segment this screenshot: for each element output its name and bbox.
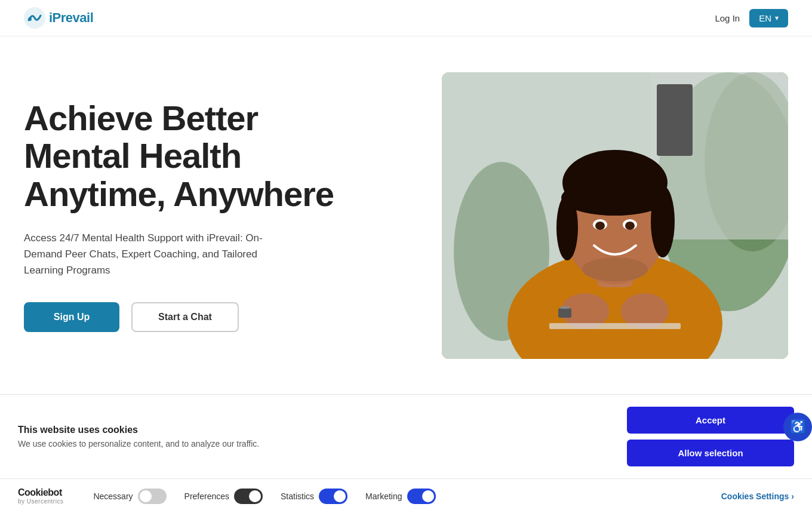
hero-left: Achieve Better Mental Health Anytime, An… xyxy=(24,99,334,333)
svg-point-13 xyxy=(651,186,675,257)
svg-point-14 xyxy=(556,195,578,260)
login-link[interactable]: Log In xyxy=(715,13,740,23)
start-chat-button[interactable]: Start a Chat xyxy=(131,302,239,332)
hero-title: Achieve Better Mental Health Anytime, An… xyxy=(24,99,334,213)
signup-button[interactable]: Sign Up xyxy=(24,302,119,332)
logo[interactable]: iPrevail xyxy=(24,7,93,29)
main-content: Achieve Better Mental Health Anytime, An… xyxy=(0,36,812,395)
logo-icon xyxy=(24,7,45,29)
svg-rect-25 xyxy=(560,306,570,309)
svg-point-18 xyxy=(625,222,635,230)
header-right: Log In EN ▾ xyxy=(715,9,788,27)
lang-label: EN xyxy=(759,13,771,23)
hero-right xyxy=(442,72,788,359)
hero-subtitle: Access 24/7 Mental Health Support with i… xyxy=(24,230,299,279)
svg-point-1 xyxy=(28,17,32,21)
svg-rect-7 xyxy=(657,84,693,156)
hero-photo xyxy=(442,72,788,359)
svg-rect-24 xyxy=(558,308,571,318)
svg-point-19 xyxy=(582,257,648,281)
hero-buttons: Sign Up Start a Chat xyxy=(24,302,334,332)
hero-image xyxy=(442,72,788,359)
language-button[interactable]: EN ▾ xyxy=(749,9,788,27)
logo-text: iPrevail xyxy=(49,10,93,26)
svg-point-17 xyxy=(595,222,605,230)
cookie-banner: This website uses cookies We use cookies… xyxy=(0,394,812,395)
chevron-down-icon: ▾ xyxy=(775,14,779,22)
svg-rect-23 xyxy=(549,323,681,329)
header: iPrevail Log In EN ▾ xyxy=(0,0,812,36)
